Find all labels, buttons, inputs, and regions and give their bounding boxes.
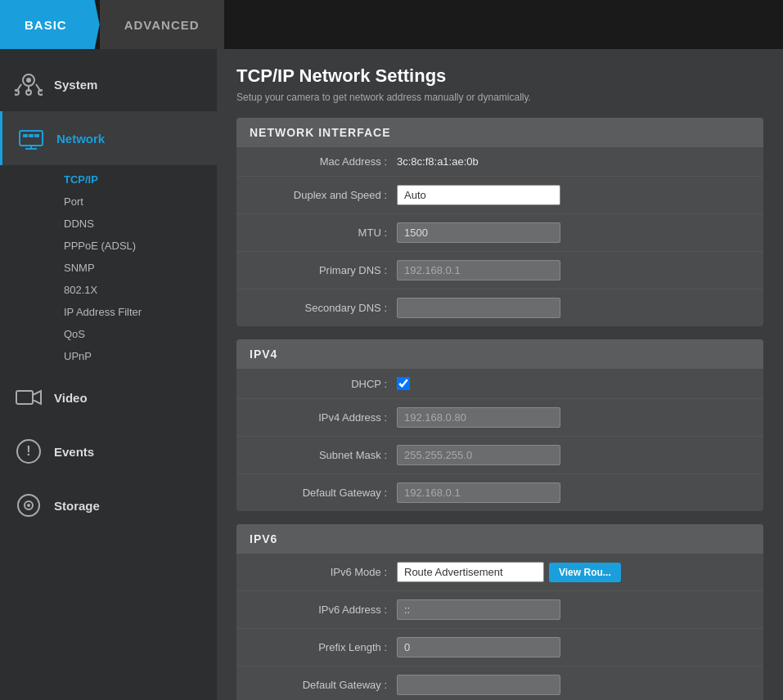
mac-row: Mac Address : 3c:8c:f8:a1:ae:0b [236,147,763,177]
ipv4-addr-row: IPv4 Address : [236,399,763,437]
duplex-row: Duplex and Speed : Auto [236,177,763,214]
page-subtitle: Setup your camera to get network address… [236,92,763,103]
ipv6-mode-select-wrap: Route Advertisement [397,562,544,582]
network-icon [16,123,47,154]
mac-value: 3c:8c:f8:a1:ae:0b [397,155,479,168]
dhcp-label: DHCP : [250,378,397,390]
ipv4-section: IPV4 DHCP : IPv4 Address : Subnet Mask :… [236,339,763,511]
sidebar-sub-qos[interactable]: QoS [57,323,217,345]
network-interface-section: NETWORK INTERFACE Mac Address : 3c:8c:f8… [236,118,763,326]
mac-label: Mac Address : [250,155,397,168]
mtu-input[interactable] [397,222,560,243]
ipv6-mode-select[interactable]: Route Advertisement [397,562,544,582]
sidebar-item-events[interactable]: ! Events [0,424,217,478]
primary-dns-input[interactable] [397,260,560,280]
events-icon: ! [13,436,44,467]
dhcp-checkbox-cell [397,377,410,390]
sidebar-sub-upnp[interactable]: UPnP [57,345,217,367]
ipv6-mode-row: IPv6 Mode : Route Advertisement View Rou… [236,554,763,591]
duplex-select-wrap: Auto [397,185,560,205]
ipv6-default-gw-label: Default Gateway : [250,679,397,691]
sidebar-sub-snmp[interactable]: SNMP [57,257,217,279]
ipv6-mode-controls: Route Advertisement View Rou... [397,562,621,582]
ipv4-addr-label: IPv4 Address : [250,411,397,424]
default-gw-row: Default Gateway : [236,474,763,511]
sidebar-sub-8021x[interactable]: 802.1X [57,279,217,301]
ipv6-header: IPV6 [236,524,763,554]
storage-icon [13,490,44,521]
duplex-select[interactable]: Auto [397,185,560,205]
svg-text:!: ! [26,444,30,458]
secondary-dns-row: Secondary DNS : [236,289,763,326]
sidebar-video-label: Video [54,391,88,405]
advanced-tab[interactable]: ADVANCED [100,0,224,49]
sidebar-sub-ipfilter[interactable]: IP Address Filter [57,301,217,323]
page-title: TCP/IP Network Settings [236,65,763,87]
sidebar-item-storage[interactable]: Storage [0,478,217,532]
sidebar-system-label: System [54,78,97,92]
main-layout: System Network TCP/IP Port DDNS PPPoE (A [0,49,783,700]
svg-point-7 [26,90,31,95]
ipv6-default-gw-input[interactable] [397,675,560,695]
ipv4-addr-input[interactable] [397,407,560,428]
ipv4-header: IPV4 [236,339,763,369]
sidebar-item-video[interactable]: Video [0,370,217,424]
primary-dns-label: Primary DNS : [250,264,397,276]
subnet-mask-input[interactable] [397,445,560,465]
sidebar-sub-port[interactable]: Port [57,191,217,213]
duplex-label: Duplex and Speed : [250,189,397,201]
subnet-mask-label: Subnet Mask : [250,449,397,461]
sidebar-item-system[interactable]: System [0,57,217,111]
prefix-length-input[interactable] [397,637,560,657]
content-area: TCP/IP Network Settings Setup your camer… [217,49,783,700]
svg-rect-9 [23,134,28,137]
sidebar-storage-label: Storage [54,499,100,513]
dhcp-checkbox[interactable] [397,377,410,390]
ipv6-addr-row: IPv6 Address : [236,591,763,629]
secondary-dns-input[interactable] [397,298,560,318]
default-gw-label: Default Gateway : [250,487,397,499]
svg-point-5 [38,90,43,95]
network-submenu: TCP/IP Port DDNS PPPoE (ADSL) SNMP 802.1… [0,165,217,370]
system-icon [13,69,44,100]
ipv6-default-gw-row: Default Gateway : [236,666,763,700]
dhcp-row: DHCP : [236,369,763,399]
sidebar: System Network TCP/IP Port DDNS PPPoE (A [0,49,217,700]
ipv6-addr-label: IPv6 Address : [250,604,397,616]
basic-tab[interactable]: BASIC [0,0,100,49]
video-icon [13,382,44,413]
ipv6-addr-input[interactable] [397,599,560,620]
svg-point-20 [27,504,30,507]
svg-point-4 [15,90,19,95]
svg-rect-11 [34,134,39,137]
default-gw-input[interactable] [397,482,560,503]
ipv6-mode-label: IPv6 Mode : [250,566,397,578]
sidebar-sub-tcpip[interactable]: TCP/IP [57,168,217,191]
subnet-mask-row: Subnet Mask : [236,437,763,474]
svg-rect-10 [29,134,34,137]
primary-dns-row: Primary DNS : [236,252,763,289]
sidebar-sub-ddns[interactable]: DDNS [57,213,217,235]
sidebar-item-network[interactable]: Network [0,111,217,165]
sidebar-events-label: Events [54,445,94,459]
mtu-label: MTU : [250,227,397,239]
sidebar-network-label: Network [56,132,105,146]
svg-rect-8 [20,131,43,146]
network-interface-header: NETWORK INTERFACE [236,118,763,147]
prefix-length-label: Prefix Length : [250,641,397,653]
top-navigation: BASIC ADVANCED [0,0,783,49]
sidebar-sub-pppoe[interactable]: PPPoE (ADSL) [57,235,217,257]
mtu-row: MTU : [236,214,763,252]
prefix-length-row: Prefix Length : [236,629,763,666]
svg-point-1 [26,78,31,83]
svg-rect-14 [16,391,33,404]
ipv6-section: IPV6 IPv6 Mode : Route Advertisement Vie… [236,524,763,700]
secondary-dns-label: Secondary DNS : [250,302,397,314]
svg-marker-15 [33,391,41,404]
view-route-button[interactable]: View Rou... [549,563,621,582]
